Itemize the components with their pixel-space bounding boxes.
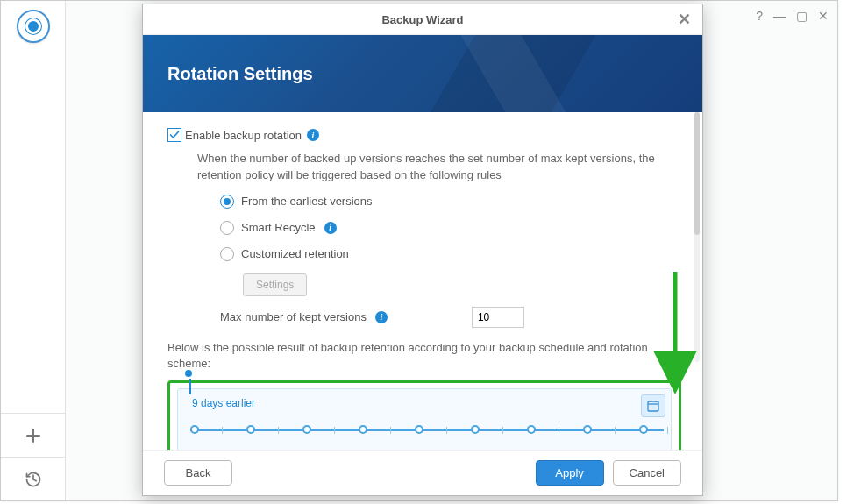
scrollbar[interactable] — [694, 112, 700, 362]
close-icon[interactable]: ✕ — [818, 9, 829, 23]
dialog-titlebar: Backup Wizard ✕ — [143, 4, 702, 35]
radio-smart-recycle-label: Smart Recycle — [241, 221, 316, 234]
info-icon[interactable]: i — [375, 311, 388, 323]
timeline-start-marker — [185, 370, 192, 377]
timeline-dot — [302, 425, 311, 434]
left-rail — [1, 1, 66, 500]
minimize-icon[interactable]: — — [773, 9, 786, 23]
timeline-preview-highlight: 9 days earlier — [167, 380, 681, 450]
dialog-footer: Back Apply Cancel — [143, 450, 702, 495]
max-versions-input[interactable] — [472, 307, 524, 328]
rotation-description: When the number of backed up versions re… — [197, 151, 660, 184]
scrollbar-thumb[interactable] — [694, 112, 700, 235]
dialog-header: Rotation Settings — [143, 35, 702, 112]
result-description: Below is the possible result of backup r… — [167, 340, 671, 372]
timeline-dot — [246, 425, 255, 434]
history-button[interactable] — [1, 457, 65, 500]
backup-wizard-dialog: Backup Wizard ✕ Rotation Settings Enable… — [142, 4, 703, 496]
retention-radio-group: From the earliest versions Smart Recycle… — [220, 195, 687, 261]
maximize-icon[interactable]: ▢ — [796, 9, 808, 23]
enable-rotation-label: Enable backup rotation — [185, 129, 302, 142]
info-icon[interactable]: i — [324, 222, 337, 234]
timeline-dot — [415, 425, 423, 434]
timeline-dot — [639, 425, 648, 434]
app-logo-icon[interactable] — [17, 10, 50, 43]
cancel-button[interactable]: Cancel — [613, 460, 681, 486]
timeline-dot — [190, 425, 199, 434]
timeline-label: 9 days earlier — [192, 397, 255, 409]
timeline-dot — [583, 425, 592, 434]
radio-customized[interactable] — [220, 247, 234, 261]
timeline-track[interactable] — [185, 422, 664, 439]
radio-smart-recycle[interactable] — [220, 221, 234, 235]
enable-rotation-checkbox[interactable] — [167, 128, 181, 142]
apply-button[interactable]: Apply — [536, 460, 604, 486]
radio-from-earliest[interactable] — [220, 195, 234, 209]
settings-button[interactable]: Settings — [243, 273, 307, 296]
timeline-dot — [359, 425, 367, 434]
max-versions-label: Max number of kept versions — [220, 310, 367, 323]
add-button[interactable] — [1, 413, 65, 457]
timeline-preview: 9 days earlier — [177, 388, 672, 450]
help-icon[interactable]: ? — [756, 9, 763, 23]
back-button[interactable]: Back — [164, 460, 232, 486]
radio-from-earliest-label: From the earliest versions — [241, 195, 373, 208]
dialog-body: Enable backup rotation i When the number… — [143, 112, 702, 450]
calendar-button[interactable] — [641, 394, 665, 417]
timeline-dot — [527, 425, 536, 434]
dialog-close-button[interactable]: ✕ — [674, 10, 694, 29]
svg-rect-0 — [648, 401, 658, 411]
timeline-dot — [471, 425, 480, 434]
dialog-title: Backup Wizard — [381, 13, 463, 26]
radio-customized-label: Customized retention — [241, 247, 349, 260]
info-icon[interactable]: i — [307, 129, 319, 141]
